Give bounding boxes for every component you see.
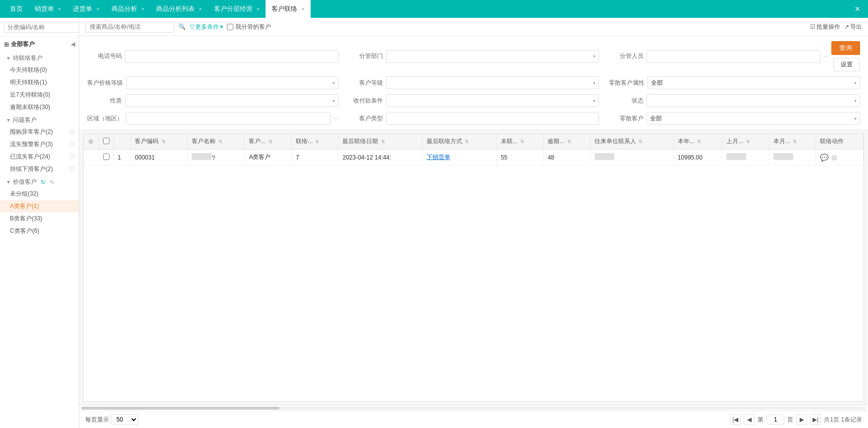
prev-page-btn[interactable]: ◀	[744, 414, 755, 425]
row-this-year: 10995.00	[673, 150, 722, 165]
col-code[interactable]: 客户编码 ⇅	[131, 134, 188, 150]
payment-select[interactable]: ▾	[386, 94, 599, 107]
edit-icon[interactable]: ✎	[50, 179, 54, 186]
today-pending[interactable]: 今天待联络(0)	[0, 64, 79, 76]
nav-customer-contact[interactable]: 客户联络 ×	[266, 0, 310, 18]
row-checkbox[interactable]	[103, 154, 109, 160]
col-this-month[interactable]: 本月... ⇅	[769, 134, 816, 150]
col-action: 联络动作	[816, 134, 864, 150]
scrollbar-track[interactable]	[81, 407, 866, 410]
main-search-icon[interactable]: 🔍	[178, 23, 186, 30]
region-dots[interactable]: ···	[333, 115, 338, 122]
last-method-link[interactable]: 下销货单	[427, 154, 450, 160]
nav-home[interactable]: 首页	[4, 0, 29, 18]
class-b-customers[interactable]: B类客户(33)	[0, 213, 79, 225]
problem-customers-group[interactable]: ▼ 问题客户	[0, 113, 79, 126]
dept-select[interactable]: ▾	[386, 50, 599, 63]
unclassified[interactable]: 未分组(32)	[0, 188, 79, 200]
scrollbar-thumb[interactable]	[81, 407, 279, 410]
col-this-year[interactable]: 本年... ⇅	[673, 134, 722, 150]
nav-purchase-order[interactable]: 进货单 ×	[67, 0, 105, 18]
row-contact-count: 7	[291, 150, 338, 165]
more-conditions-btn[interactable]: ▽ 更多条件 ▾	[190, 23, 223, 31]
phone-input[interactable]	[125, 50, 338, 63]
col-contact[interactable]: 联络... ⇅	[291, 134, 338, 150]
all-customers-header[interactable]: ⊞ 全部客户 ◀	[0, 37, 79, 52]
filter-region: 区域（地区） ···	[87, 112, 338, 125]
row-this-month	[769, 150, 816, 165]
more-arrow-icon: ▾	[220, 23, 223, 30]
retail-customer-select[interactable]: 全部 ▾	[647, 112, 860, 125]
page-input[interactable]	[766, 415, 784, 425]
col-last-method[interactable]: 最后联络方式 ⇅	[422, 134, 496, 150]
sort-last-date: ⇅	[381, 139, 385, 144]
customer-type-input[interactable]	[386, 112, 599, 125]
chat-action-icon[interactable]: 💬	[820, 154, 828, 161]
nature-select[interactable]: ▾	[125, 94, 338, 107]
next-page-btn[interactable]: ▶	[796, 414, 807, 425]
close-customer-contact[interactable]: ×	[301, 0, 304, 18]
status-select[interactable]: ▾	[647, 94, 860, 107]
row-seq: 1	[113, 150, 131, 165]
nav-product-analysis[interactable]: 商品分析 ×	[106, 0, 150, 18]
retail-attr-select[interactable]: 全部 ▾	[648, 76, 860, 89]
week-pending[interactable]: 近7天待联络(0)	[0, 89, 79, 101]
pending-contact-group[interactable]: ▼ 待联络客户	[0, 52, 79, 64]
col-overdue[interactable]: 逾期... ⇅	[543, 134, 591, 150]
close-customer-segmentation[interactable]: ×	[257, 0, 260, 18]
manager-dots[interactable]: ···	[823, 53, 828, 60]
close-all-tabs[interactable]: ×	[851, 4, 864, 14]
category-search-input[interactable]	[4, 22, 79, 33]
nav-sales-order[interactable]: 销货单 ×	[29, 0, 67, 18]
col-last-month[interactable]: 上月... ⇅	[722, 134, 769, 150]
nav-customer-segmentation[interactable]: 客户分层经营 ×	[208, 0, 266, 18]
sort-last-method: ⇅	[465, 139, 469, 144]
col-unit-contact[interactable]: 往来单位联系人 ⇅	[590, 134, 673, 150]
col-seq	[113, 134, 131, 150]
first-page-btn[interactable]: |◀	[730, 414, 741, 425]
warn-icon-2: ⓘ	[69, 141, 75, 148]
horizontal-scrollbar[interactable]	[79, 405, 868, 411]
col-not-linked[interactable]: 未联... ⇅	[496, 134, 543, 150]
select-all-checkbox[interactable]	[103, 138, 109, 144]
customer-level-select[interactable]: ▾	[386, 76, 599, 89]
last-month-blurred	[726, 153, 746, 160]
close-product-analysis[interactable]: ×	[141, 0, 144, 18]
grid-action-icon[interactable]: ⊞	[831, 154, 837, 161]
price-level-select[interactable]: ▾	[126, 76, 338, 89]
col-type[interactable]: 客户... ⇅	[245, 134, 292, 150]
sort-type: ⇅	[269, 139, 272, 144]
close-sales-order[interactable]: ×	[58, 0, 61, 18]
filter-status: 状态 ▾	[609, 94, 860, 107]
nav-product-analysis-list[interactable]: 商品分析列表 ×	[150, 0, 208, 18]
tomorrow-pending[interactable]: 明天待联络(1)	[0, 76, 79, 89]
query-btn[interactable]: 查询	[831, 41, 860, 55]
class-c-customers[interactable]: C类客户(6)	[0, 225, 79, 237]
col-name[interactable]: 客户名称 ⇅	[188, 134, 245, 150]
col-settings[interactable]: ⚙	[84, 134, 99, 150]
manager-input[interactable]	[647, 50, 820, 63]
refresh-icon[interactable]: ↻	[41, 179, 46, 186]
mine-checkbox[interactable]	[227, 24, 233, 30]
overdue-contact[interactable]: 逾期未联络(30)	[0, 101, 79, 113]
batch-ops-btn[interactable]: ☑ 批量操作	[810, 23, 840, 31]
churned[interactable]: 已流失客户(24) ⓘ	[0, 151, 79, 163]
churn-warning[interactable]: 流失预警客户(3) ⓘ	[0, 138, 79, 151]
hoarding-anomaly[interactable]: 囤购异常客户(2) ⓘ	[0, 126, 79, 138]
col-last-date[interactable]: 最后联络日期 ⇅	[338, 134, 422, 150]
filter-price-level: 客户价格等级 ▾	[87, 76, 338, 89]
last-page-btn[interactable]: ▶|	[810, 414, 821, 425]
region-input[interactable]	[126, 112, 330, 125]
per-page-select[interactable]: 50 100 200	[111, 414, 138, 425]
settings-btn[interactable]: 设置	[833, 58, 860, 71]
this-month-blurred	[773, 153, 793, 160]
declining[interactable]: 持续下滑客户(2) ⓘ	[0, 163, 79, 175]
close-product-analysis-list[interactable]: ×	[199, 0, 202, 18]
row-name: ?	[188, 150, 245, 165]
close-purchase-order[interactable]: ×	[96, 0, 99, 18]
export-btn[interactable]: ↗ 导出	[844, 23, 862, 31]
price-level-label: 客户价格等级	[87, 79, 123, 87]
main-search-input[interactable]	[85, 21, 174, 33]
class-a-customers[interactable]: A类客户(1)	[0, 200, 79, 213]
value-customers-group[interactable]: ▼ 价值客户 ↻ ✎	[0, 175, 79, 188]
